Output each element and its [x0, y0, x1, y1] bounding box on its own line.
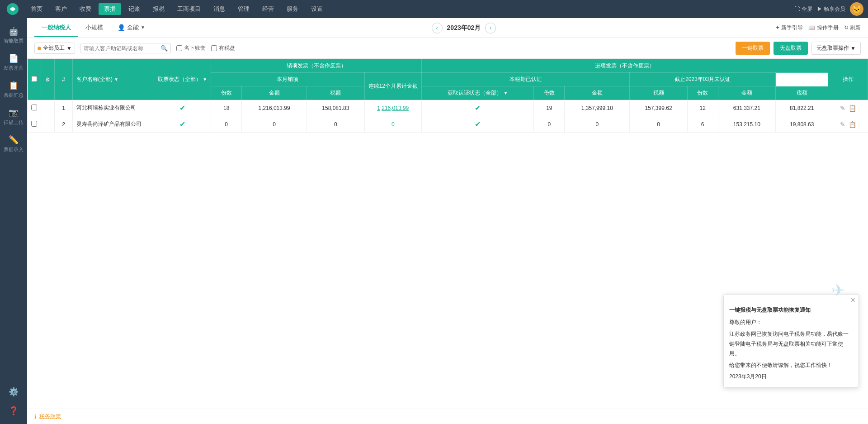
th-customer: 客户名称(全部) ▼ [73, 59, 154, 100]
next-month-btn[interactable]: › [485, 23, 496, 33]
diskless-ticket-btn[interactable]: 无盘取票 [774, 42, 808, 55]
row-sales-tax: 158,081.83 [307, 100, 364, 116]
row-purch-shares: 0 [534, 116, 565, 133]
new-guide-btn[interactable]: ✦ 新手引导 [775, 24, 803, 32]
detail-icon[interactable]: 📋 [849, 105, 856, 112]
search-input[interactable] [84, 45, 159, 52]
nav-tax[interactable]: 报税 [147, 3, 170, 15]
sidebar-item-help[interactable]: ❓ [0, 402, 27, 419]
row-cumulative: 1,216,013.99 [364, 100, 421, 116]
employee-filter[interactable]: 全部员工 ▼ [34, 43, 75, 54]
row-uncert-shares: 12 [687, 100, 718, 116]
fullscreen-btn[interactable]: ⛶ 全屏 [794, 5, 812, 13]
nav-customer[interactable]: 客户 [50, 3, 72, 15]
diskless-ticket-ops-btn[interactable]: 无盘取票操作 ▼ [811, 42, 861, 55]
notification-title: 一键报税与无盘取票功能恢复通知 [729, 305, 853, 315]
sidebar-item-settings[interactable]: ⚙️ [0, 383, 27, 400]
select-all-checkbox[interactable] [31, 76, 37, 82]
row-uncert-tax: 81,822.21 [776, 100, 828, 116]
row-checkbox-cell [28, 100, 41, 116]
th-cancel-status: 取票状态（全部） ▼ [154, 59, 211, 100]
th-settings: ⚙ [41, 59, 55, 100]
vip-btn[interactable]: ▶ 畅享会员 [817, 5, 845, 13]
user-avatar[interactable]: 🐱 [850, 2, 863, 16]
employee-dropdown-icon: ▼ [66, 45, 72, 52]
cumulative-link[interactable]: 1,216,013.99 [377, 105, 409, 111]
search-icon[interactable]: 🔍 [160, 45, 168, 52]
refresh-btn[interactable]: ↻ 刷新 [844, 24, 861, 32]
sidebar-item-smart-ticket[interactable]: 🤖 智能取票 [0, 23, 27, 48]
cert-status-icon: ✔ [475, 120, 481, 128]
invoice-entry-icon: ✏️ [9, 135, 19, 145]
th-uncert-amount: 金额 [718, 86, 775, 100]
sub-accounts-checkbox[interactable] [176, 45, 182, 51]
row-sales-shares: 18 [211, 100, 242, 116]
nav-accounting[interactable]: 记账 [123, 3, 146, 15]
row-sales-amount: 1,216,013.99 [242, 100, 307, 116]
cumulative-link[interactable]: 0 [392, 121, 395, 128]
th-purch-tax: 税额 [630, 86, 687, 100]
sidebar-item-invoice-open[interactable]: 📄 发票开具 [0, 50, 27, 75]
th-until-march-uncertified: 截止2023年03月未认证 [630, 73, 776, 86]
row-purch-tax: 0 [630, 116, 687, 133]
tax-disk-checkbox[interactable] [211, 45, 217, 51]
help-icon: ❓ [9, 406, 19, 416]
nav-service[interactable]: 服务 [281, 3, 304, 15]
sidebar: 🤖 智能取票 📄 发票开具 📋 票据汇总 📷 扫描上传 ✏️ 票据录入 ⚙️ ❓ [0, 18, 27, 424]
tax-policy-link[interactable]: 税务政策 [39, 413, 61, 420]
nav-manage[interactable]: 管理 [232, 3, 255, 15]
nav-settings[interactable]: 设置 [306, 3, 328, 15]
edit-icon[interactable]: ✎ [840, 121, 845, 128]
employee-dot [38, 47, 41, 50]
sidebar-item-invoice-entry[interactable]: ✏️ 票据录入 [0, 131, 27, 157]
customer-filter-icon[interactable]: ▼ [114, 77, 118, 82]
row-cert-status: ✔ [421, 100, 534, 116]
th-sales-tax: 税额 [307, 86, 364, 100]
prev-month-btn[interactable]: ‹ [432, 23, 443, 33]
sidebar-item-scan-upload[interactable]: 📷 扫描上传 [0, 104, 27, 129]
cancel-status-icon: ✔ [179, 104, 185, 112]
row-checkbox[interactable] [31, 105, 37, 110]
row-settings-cell [41, 116, 55, 133]
nav-message[interactable]: 消息 [208, 3, 231, 15]
top-right-actions: ✦ 新手引导 📖 操作手册 ↻ 刷新 [775, 24, 861, 32]
dropdown-icon: ▼ [141, 25, 145, 30]
smart-ticket-icon: 🤖 [9, 26, 19, 36]
one-click-ticket-btn[interactable]: 一键取票 [736, 42, 770, 55]
manual-btn[interactable]: 📖 操作手册 [808, 24, 838, 32]
checkbox-sub-accounts[interactable]: 名下账套 [176, 44, 206, 52]
row-purch-shares: 19 [534, 100, 565, 116]
sidebar-item-invoice-summary[interactable]: 📋 票据汇总 [0, 77, 27, 102]
row-purch-amount: 1,357,999.10 [565, 100, 630, 116]
nav-right-actions: ⛶ 全屏 ▶ 畅享会员 🐱 [794, 2, 863, 16]
detail-icon[interactable]: 📋 [849, 121, 856, 128]
row-actions: ✎ 📋 [828, 100, 868, 116]
nav-fee[interactable]: 收费 [74, 3, 97, 15]
main-table: ⚙ # 客户名称(全部) ▼ 取票状态（全部） ▼ 销项发票（不含作废票） 进项… [27, 59, 868, 133]
edit-icon[interactable]: ✎ [840, 105, 845, 112]
th-index: # [55, 59, 73, 100]
row-cancel-status: ✔ [154, 116, 211, 133]
cancel-filter-icon[interactable]: ▼ [203, 77, 207, 82]
cert-filter-icon[interactable]: ▼ [503, 91, 508, 95]
th-cumulative: 连续12个月累计金额 [364, 73, 421, 100]
tab-all-capable[interactable]: 👤 全能 ▼ [110, 19, 152, 37]
th-uncert-tax: 税额 [776, 86, 828, 100]
nav-operation[interactable]: 经营 [257, 3, 279, 15]
row-index: 1 [55, 100, 73, 116]
th-sales-invoice: 销项发票（不含作废票） [211, 59, 422, 73]
row-sales-shares: 0 [211, 116, 242, 133]
row-cert-status: ✔ [421, 116, 534, 133]
notification-close-btn[interactable]: ✕ [850, 296, 856, 304]
filter-right-actions: 一键取票 无盘取票 无盘取票操作 ▼ [736, 42, 861, 55]
nav-home[interactable]: 首页 [25, 3, 48, 15]
date-navigation: ‹ 2023年02月 › [152, 23, 775, 33]
row-checkbox[interactable] [31, 121, 37, 127]
checkbox-tax-disk[interactable]: 有税盘 [211, 44, 235, 52]
tab-general-taxpayer[interactable]: 一般纳税人 [34, 19, 78, 37]
nav-business[interactable]: 工商项目 [172, 3, 206, 15]
sidebar-bottom: ⚙️ ❓ [0, 383, 27, 424]
tab-small-scale[interactable]: 小规模 [78, 19, 110, 37]
row-settings-cell [41, 100, 55, 116]
nav-invoice[interactable]: 票据 [99, 3, 121, 15]
